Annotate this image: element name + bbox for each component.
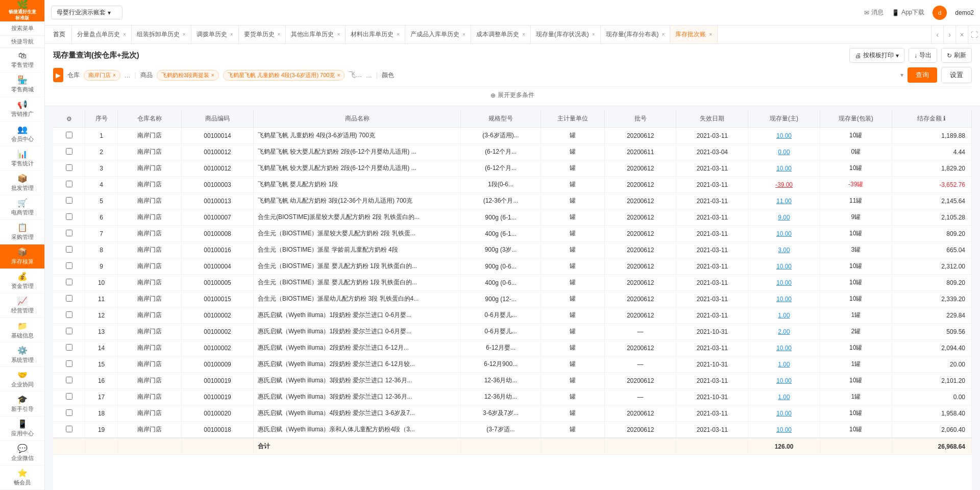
row-settings[interactable] xyxy=(53,275,85,291)
row-settings[interactable] xyxy=(53,242,85,258)
sidebar-item-finance[interactable]: 💰 资金管理 xyxy=(0,269,44,293)
row-checkbox[interactable] xyxy=(66,344,72,351)
tab-item-2[interactable]: 调拨单历史 × xyxy=(191,26,239,44)
row-qty-main[interactable]: 10.00 xyxy=(748,226,820,242)
tab-item-10[interactable]: 库存批次账 × xyxy=(670,26,718,44)
tab-close-icon[interactable]: × xyxy=(183,32,186,37)
row-settings[interactable] xyxy=(53,324,85,340)
sidebar-item-retail-mall[interactable]: 🏪 零售商城 xyxy=(0,72,44,97)
row-checkbox[interactable] xyxy=(66,246,72,253)
row-checkbox[interactable] xyxy=(66,377,72,383)
row-qty-main[interactable]: 10.00 xyxy=(748,291,820,307)
sidebar-item-base[interactable]: 📁 基础信息 xyxy=(0,318,44,342)
row-settings[interactable] xyxy=(53,340,85,356)
tab-close-icon[interactable]: × xyxy=(662,32,665,37)
shortcut-nav[interactable]: 快捷导航 xyxy=(0,36,44,48)
sidebar-item-retail-stats[interactable]: 📊 零售统计 xyxy=(0,146,44,170)
sidebar-item-free-member[interactable]: ⭐ 畅会员 xyxy=(0,465,44,490)
row-settings[interactable] xyxy=(53,422,85,438)
account-dropdown[interactable]: 母婴行业演示账套 ▾ xyxy=(51,6,122,19)
tab-close-icon[interactable]: × xyxy=(278,32,281,37)
row-qty-main[interactable]: 10.00 xyxy=(748,405,820,422)
tab-item-3[interactable]: 要货单历史 × xyxy=(239,26,286,44)
warehouse-tag[interactable]: 南岸门店 × xyxy=(84,70,120,81)
row-qty-main[interactable]: 11.00 xyxy=(748,193,820,209)
tab-item-6[interactable]: 产成品入库单历史 × xyxy=(405,26,471,44)
username[interactable]: demo2 xyxy=(955,9,974,16)
row-settings[interactable] xyxy=(53,389,85,405)
sidebar-item-batch-mgmt[interactable]: 📦 批发管理 xyxy=(0,170,44,195)
product-more-btn[interactable]: ... xyxy=(366,71,372,79)
table-wrapper[interactable]: ⚙ 序号 仓库名称 商品编码 商品名称 规格型号 主计量单位 批号 失效日期 现… xyxy=(53,110,972,490)
tab-item-8[interactable]: 现存量(库存状况表) × xyxy=(531,26,601,44)
tab-next-btn[interactable]: › xyxy=(943,26,955,44)
row-checkbox[interactable] xyxy=(66,262,72,269)
tab-close-icon[interactable]: × xyxy=(123,32,126,37)
tab-home[interactable]: 首页 xyxy=(47,26,72,44)
product-tag-1-close[interactable]: × xyxy=(211,72,214,78)
tab-close-icon[interactable]: × xyxy=(592,32,595,37)
row-settings[interactable] xyxy=(53,128,85,144)
row-settings[interactable] xyxy=(53,160,85,177)
row-qty-main[interactable]: 10.00 xyxy=(748,128,820,144)
row-qty-main[interactable]: 1.00 xyxy=(748,389,820,405)
sidebar-item-member[interactable]: 👥 会员中心 xyxy=(0,121,44,146)
sidebar-item-purchase[interactable]: 📋 采购管理 xyxy=(0,220,44,244)
product-tag-2-close[interactable]: × xyxy=(337,72,340,78)
expand-conditions-btn[interactable]: ⊕ 展开更多条件 xyxy=(53,89,972,102)
row-qty-main[interactable]: 0.00 xyxy=(748,144,820,160)
row-settings[interactable] xyxy=(53,307,85,324)
row-checkbox[interactable] xyxy=(66,213,72,220)
tab-item-1[interactable]: 组装拆卸单历史 × xyxy=(132,26,191,44)
row-settings[interactable] xyxy=(53,226,85,242)
tab-close-icon[interactable]: × xyxy=(337,32,340,37)
row-checkbox[interactable] xyxy=(66,311,72,318)
sidebar-item-ops[interactable]: 📈 经营管理 xyxy=(0,293,44,318)
row-settings[interactable] xyxy=(53,209,85,226)
product-tag-2[interactable]: 飞鹤星飞帆 儿童奶粉 4段(3-6岁适用) 700克 × xyxy=(223,70,345,81)
row-qty-main[interactable]: 10.00 xyxy=(748,340,820,356)
message-btn[interactable]: ✉ 消息 xyxy=(864,8,884,17)
row-qty-main[interactable]: 2.00 xyxy=(748,324,820,340)
row-checkbox[interactable] xyxy=(66,393,72,400)
row-qty-main[interactable]: 1.00 xyxy=(748,356,820,373)
row-qty-main[interactable]: 10.00 xyxy=(748,422,820,438)
sidebar-item-retail-mgmt[interactable]: 🛍 零售管理 xyxy=(0,48,44,72)
sidebar-item-ent-wechat[interactable]: 💬 企业微信 xyxy=(0,441,44,465)
sidebar-item-ecommerce[interactable]: 🛒 电商管理 xyxy=(0,195,44,219)
tab-close-icon[interactable]: × xyxy=(397,32,400,37)
tab-item-9[interactable]: 现存量(库存分布表) × xyxy=(601,26,671,44)
row-settings[interactable] xyxy=(53,405,85,422)
tab-prev-btn[interactable]: ‹ xyxy=(931,26,943,44)
sidebar-item-new-guide[interactable]: 🎓 新手引导 xyxy=(0,391,44,416)
row-checkbox[interactable] xyxy=(66,230,72,236)
row-checkbox[interactable] xyxy=(66,148,72,155)
sidebar-item-inventory[interactable]: 📦 库存核算 xyxy=(0,244,44,269)
product-tag-1[interactable]: 飞鹤奶粉3段两提装 × xyxy=(157,70,219,81)
row-checkbox[interactable] xyxy=(66,328,72,334)
sidebar-item-marketing[interactable]: 📢 营销推广 xyxy=(0,97,44,121)
export-btn[interactable]: ↓ 导出 xyxy=(909,48,937,63)
sidebar-item-enterprise[interactable]: 🤝 企业协同 xyxy=(0,367,44,391)
row-checkbox[interactable] xyxy=(66,295,72,302)
row-checkbox[interactable] xyxy=(66,197,72,204)
tab-close-icon[interactable]: × xyxy=(230,32,233,37)
row-qty-main[interactable]: 10.00 xyxy=(748,160,820,177)
row-settings[interactable] xyxy=(53,356,85,373)
row-checkbox[interactable] xyxy=(66,181,72,187)
color-dropdown-arrow[interactable]: ▾ xyxy=(900,71,903,79)
row-checkbox[interactable] xyxy=(66,279,72,285)
row-qty-main[interactable]: 9.00 xyxy=(748,209,820,226)
row-qty-main[interactable]: 10.00 xyxy=(748,275,820,291)
row-qty-main[interactable]: 1.00 xyxy=(748,307,820,324)
refresh-btn[interactable]: ↻ 刷新 xyxy=(941,48,972,63)
row-qty-main[interactable]: 10.00 xyxy=(748,373,820,389)
tab-item-4[interactable]: 其他出库单历史 × xyxy=(286,26,346,44)
tab-close-all-btn[interactable]: × xyxy=(955,26,968,44)
template-print-btn[interactable]: 🖨 按模板打印 ▾ xyxy=(849,48,904,63)
filter-expand-btn[interactable]: ▶ xyxy=(53,68,63,82)
tab-item-0[interactable]: 分量盘点单历史 × xyxy=(72,26,132,44)
row-settings[interactable] xyxy=(53,144,85,160)
row-checkbox[interactable] xyxy=(66,360,72,367)
row-qty-main[interactable]: -39.00 xyxy=(748,177,820,193)
